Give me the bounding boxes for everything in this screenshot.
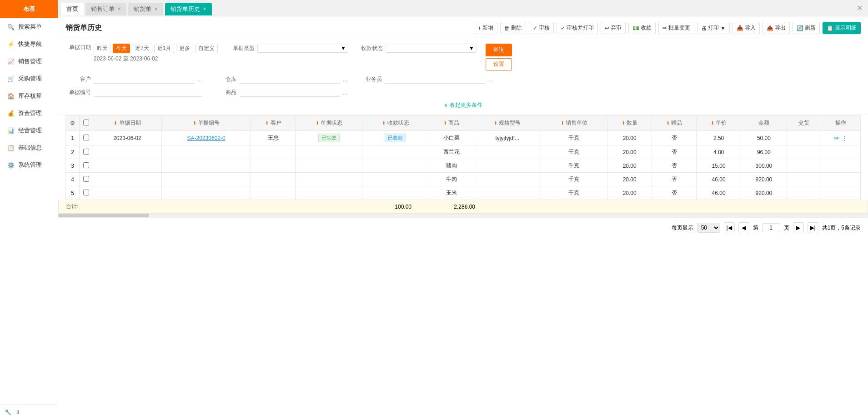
col-goods[interactable]: ⬆ 商品 [429, 115, 474, 131]
tab-sales-history-close[interactable]: ✕ [203, 6, 206, 11]
cell-price: 46.00 [697, 186, 741, 200]
collect-button[interactable]: 💵 收款 [628, 22, 656, 34]
col-unit[interactable]: ⬆ 销售单位 [541, 115, 607, 131]
cell-action[interactable]: ✏⋮ [821, 131, 860, 145]
col-number[interactable]: ⬆ 单据编号 [161, 115, 251, 131]
tab-sales-goods[interactable]: 销货单 ✕ [128, 3, 163, 15]
tab-home[interactable]: 首页 [61, 3, 84, 15]
cell-customer: 王总 [251, 131, 296, 145]
warehouse-input[interactable] [239, 75, 340, 84]
row-checkbox[interactable] [83, 162, 89, 168]
tab-sales-order-close[interactable]: ✕ [117, 6, 121, 11]
col-qty[interactable]: ⬆ 数量 [607, 115, 652, 131]
show-details-button[interactable]: 📋 显示明细 [823, 22, 861, 34]
cell-number[interactable]: SA-20230602-0 [161, 131, 251, 145]
col-spec[interactable]: ⬆ 规格型号 [474, 115, 541, 131]
doc-type-select[interactable]: ▼ [257, 44, 348, 53]
doc-type-label: 单据类型 [229, 45, 255, 52]
import-button[interactable]: 📥 导入 [733, 22, 760, 34]
prev-page-button[interactable]: ◀ [738, 222, 749, 233]
export-button[interactable]: 📤 导出 [763, 22, 790, 34]
cell-action [821, 173, 860, 186]
main-content: 首页 销售订单 ✕ 销货单 ✕ 销货单历史 ✕ ✕ 销货单历史 + 新增 [58, 0, 868, 420]
sidebar-item-search-menu[interactable]: 🔍 搜索菜单 [0, 18, 58, 35]
refresh-button[interactable]: 🔄 刷新 [793, 22, 820, 34]
scrollbar-thumb[interactable] [58, 214, 149, 217]
delete-button[interactable]: 🗑 删除 [500, 22, 526, 34]
sidebar-item-inventory[interactable]: 🏠 库存核算 [0, 87, 58, 105]
col-gear[interactable]: ⚙ [66, 115, 80, 131]
first-page-button[interactable]: |◀ [724, 222, 735, 233]
col-checkbox[interactable] [80, 115, 93, 131]
add-button[interactable]: + 新增 [474, 22, 497, 34]
sidebar-item-finance[interactable]: 💰 资金管理 [0, 105, 58, 122]
next-page-button[interactable]: ▶ [793, 222, 804, 233]
row-checkbox-cell[interactable] [80, 173, 93, 186]
col-price[interactable]: ⬆ 单价 [697, 115, 741, 131]
edit-icon[interactable]: ✏ [834, 135, 839, 142]
cell-goods: 猪肉 [429, 159, 474, 173]
last-page-button[interactable]: ▶| [808, 222, 818, 233]
date-btn-1month[interactable]: 近1月 [154, 44, 175, 53]
sidebar-item-quick-nav[interactable]: ⚡ 快捷导航 [0, 35, 58, 53]
col-amount[interactable]: 金额 [741, 115, 787, 131]
sidebar-item-purchase-mgmt[interactable]: 🛒 采购管理 [0, 70, 58, 87]
row-checkbox[interactable] [83, 135, 89, 140]
row-checkbox[interactable] [83, 149, 89, 155]
col-doc-status[interactable]: ⬆ 单据状态 [296, 115, 362, 131]
sidebar-item-basic-info[interactable]: 📋 基础信息 [0, 139, 58, 156]
col-trade[interactable]: 交货 [787, 115, 821, 131]
col-date[interactable]: ⬆ 单据日期 [93, 115, 162, 131]
row-checkbox[interactable] [83, 176, 89, 182]
close-all-tabs[interactable]: ✕ [853, 4, 866, 12]
cell-gift: 否 [652, 186, 697, 200]
sidebar-item-operations[interactable]: 📊 经营管理 [0, 122, 58, 139]
date-btn-7days[interactable]: 近7天 [132, 44, 152, 53]
copy-icon[interactable]: ⋮ [841, 135, 848, 142]
salesperson-input[interactable] [385, 75, 486, 84]
table-container: ⚙ ⬆ 单据日期 ⬆ 单据编号 ⬆ 客户 ⬆ 单据状态 ⬆ 收款状态 ⬆ 商品 … [58, 115, 868, 200]
horizontal-scrollbar[interactable] [58, 214, 868, 217]
col-gift[interactable]: ⬆ 赠品 [652, 115, 697, 131]
batch-change-button[interactable]: ✏ 批量变更 [658, 22, 694, 34]
sidebar-collapse-icon[interactable]: ⏸ [15, 409, 20, 415]
customer-dots[interactable]: ... [197, 76, 202, 83]
sort-date-icon: ⬆ [114, 120, 117, 125]
sidebar-user-icon[interactable]: 🔧 [5, 409, 11, 415]
goods-input[interactable] [239, 88, 340, 97]
col-collect-status[interactable]: ⬆ 收款状态 [362, 115, 429, 131]
row-checkbox[interactable] [83, 190, 89, 195]
customer-input[interactable] [94, 75, 195, 84]
query-button[interactable]: 查询 [486, 44, 512, 56]
date-btn-today[interactable]: 今天 [113, 44, 130, 53]
row-checkbox-cell[interactable] [80, 186, 93, 200]
page-size-select[interactable]: 50 100 200 [697, 223, 720, 233]
col-customer[interactable]: ⬆ 客户 [251, 115, 296, 131]
row-checkbox-cell[interactable] [80, 145, 93, 159]
row-checkbox-cell[interactable] [80, 159, 93, 173]
review-button[interactable]: ✓ 审核 [529, 22, 554, 34]
doc-number-link[interactable]: SA-20230602-0 [187, 135, 226, 141]
review-print-button[interactable]: ✓ 审核并打印 [557, 22, 598, 34]
warehouse-dots[interactable]: ... [343, 76, 347, 83]
doc-number-input[interactable] [94, 88, 202, 97]
abandon-button[interactable]: ↩ 弃审 [601, 22, 626, 34]
select-all-checkbox[interactable] [83, 120, 89, 125]
collect-status-select[interactable]: ▼ [386, 44, 477, 53]
cell-number [161, 159, 251, 173]
sidebar-item-sales-mgmt[interactable]: 📈 销售管理 [0, 53, 58, 70]
date-btn-yesterday[interactable]: 昨天 [94, 44, 111, 53]
tab-sales-history[interactable]: 销货单历史 ✕ [165, 3, 212, 15]
sidebar-item-sys-mgmt[interactable]: ⚙️ 系统管理 [0, 156, 58, 174]
tab-sales-goods-close[interactable]: ✕ [154, 6, 158, 11]
page-number-input[interactable] [762, 223, 780, 232]
tab-sales-order[interactable]: 销售订单 ✕ [85, 3, 126, 15]
print-button[interactable]: 🖨 打印 ▼ [697, 22, 730, 34]
date-btn-more[interactable]: 更多 [176, 44, 193, 53]
goods-dots[interactable]: ... [343, 90, 347, 96]
date-btn-custom[interactable]: 自定义 [195, 44, 218, 53]
salesperson-dots[interactable]: ... [488, 76, 493, 83]
settings-button[interactable]: 设置 [486, 58, 512, 70]
row-checkbox-cell[interactable] [80, 131, 93, 145]
collapse-btn[interactable]: ∧ 收起更多条件 [65, 101, 861, 109]
